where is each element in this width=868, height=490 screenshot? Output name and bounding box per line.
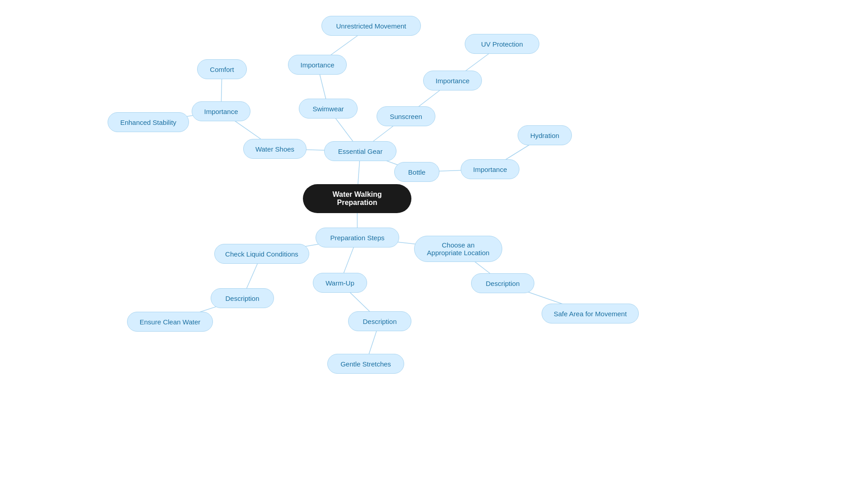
node-prepSteps[interactable]: Preparation Steps — [316, 228, 399, 247]
node-ensureClean[interactable]: Ensure Clean Water — [127, 312, 213, 332]
node-bottle[interactable]: Bottle — [394, 162, 439, 182]
node-swimwear[interactable]: Swimwear — [299, 99, 358, 119]
node-desc_location[interactable]: Description — [471, 273, 534, 293]
node-enhancedStability[interactable]: Enhanced Stability — [108, 112, 189, 132]
node-sunscreen[interactable]: Sunscreen — [377, 106, 435, 126]
node-gentleStretches[interactable]: Gentle Stretches — [327, 354, 404, 374]
node-desc_warmup[interactable]: Description — [348, 311, 411, 331]
node-checkLiquid[interactable]: Check Liquid Conditions — [214, 244, 309, 264]
node-warmUp[interactable]: Warm-Up — [313, 273, 367, 293]
node-essentialGear[interactable]: Essential Gear — [324, 141, 396, 161]
node-importance_swim[interactable]: Importance — [288, 55, 347, 75]
node-desc_check[interactable]: Description — [211, 288, 274, 308]
node-chooseLocation[interactable]: Choose an Appropriate Location — [414, 236, 502, 262]
node-importance_sun[interactable]: Importance — [423, 71, 482, 90]
node-comfort[interactable]: Comfort — [197, 59, 247, 79]
node-uvProtection[interactable]: UV Protection — [465, 34, 539, 54]
node-root[interactable]: Water Walking Preparation — [303, 184, 411, 213]
node-waterShoes[interactable]: Water Shoes — [243, 139, 307, 159]
node-importance_bottle[interactable]: Importance — [461, 159, 519, 179]
node-importance_ws[interactable]: Importance — [192, 101, 250, 121]
node-safeArea[interactable]: Safe Area for Movement — [542, 304, 639, 323]
node-hydration[interactable]: Hydration — [518, 125, 572, 145]
node-unrestrictedMovement[interactable]: Unrestricted Movement — [321, 16, 421, 36]
